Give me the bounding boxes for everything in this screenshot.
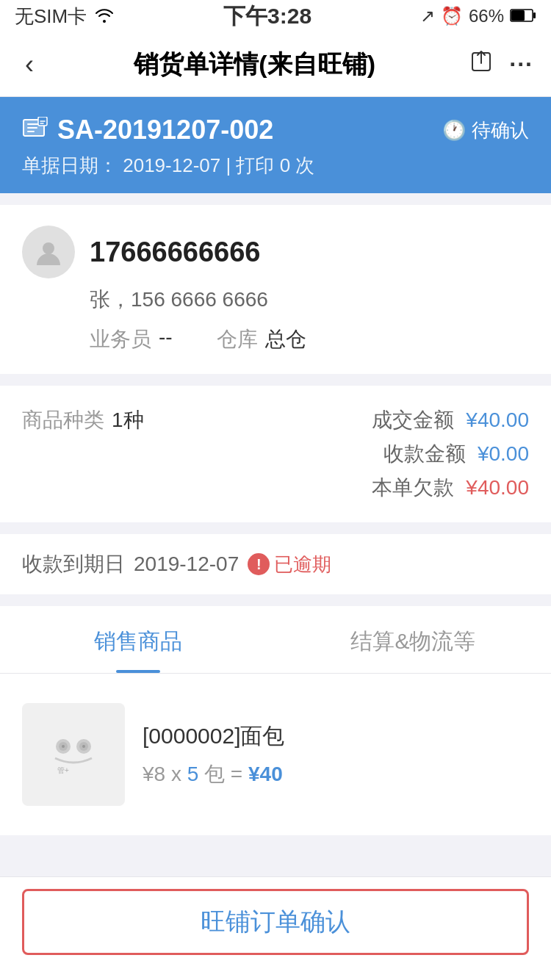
nav-actions: ··· xyxy=(468,48,533,80)
print-label: | 打印 xyxy=(226,154,274,176)
status-time: 下午3:28 xyxy=(223,1,311,32)
product-image: 管+ xyxy=(22,703,125,806)
battery-icon xyxy=(510,6,536,26)
due-value: ¥40.00 xyxy=(466,476,529,500)
customer-phone: 17666666666 xyxy=(90,237,260,268)
carrier-label: 无SIM卡 xyxy=(15,4,87,29)
order-number: SA-20191207-002 xyxy=(57,115,273,145)
sales-value: -- xyxy=(159,325,173,353)
received-row: 收款金额 ¥0.00 xyxy=(383,440,529,468)
share-icon[interactable] xyxy=(468,48,494,80)
wifi-icon xyxy=(94,5,115,28)
received-value: ¥0.00 xyxy=(478,442,529,466)
due-date-value: 2019-12-07 xyxy=(134,552,239,576)
product-info: [0000002]面包 ¥8 x 5 包 = ¥40 xyxy=(143,703,529,806)
svg-point-6 xyxy=(43,242,54,254)
amount-value: ¥40.00 xyxy=(466,408,529,432)
unit-price: ¥8 xyxy=(143,763,165,785)
tab-sales-label: 销售商品 xyxy=(94,629,182,653)
warehouse-value: 总仓 xyxy=(265,325,306,353)
svg-point-9 xyxy=(62,745,65,748)
warehouse-meta: 仓库 总仓 xyxy=(217,325,306,353)
received-label: 收款金额 xyxy=(383,440,466,468)
print-unit: 次 xyxy=(295,154,314,176)
print-count: 0 xyxy=(280,154,290,176)
tab-settlement[interactable]: 结算&物流等 xyxy=(276,606,551,673)
equals-sign: = xyxy=(231,763,248,785)
clock-icon: 🕐 xyxy=(442,119,466,142)
product-list: 管+ [0000002]面包 ¥8 x 5 包 = ¥40 xyxy=(0,674,551,835)
product-price-line: ¥8 x 5 包 = ¥40 xyxy=(143,760,529,788)
summary-right: 成交金额 ¥40.00 收款金额 ¥0.00 本单欠款 ¥40.00 xyxy=(372,406,529,502)
order-icon xyxy=(22,115,48,145)
quantity: 5 xyxy=(187,763,199,785)
bottom-action: 旺铺订单确认 xyxy=(0,876,551,980)
svg-point-12 xyxy=(82,745,85,748)
svg-rect-2 xyxy=(533,12,536,18)
tabs-section: 销售商品 结算&物流等 管+ xyxy=(0,606,551,835)
overdue-text: 已逾期 xyxy=(274,552,331,577)
amount-row: 成交金额 ¥40.00 xyxy=(372,406,529,434)
unit: 包 xyxy=(204,763,225,785)
customer-meta: 业务员 -- 仓库 总仓 xyxy=(22,325,529,353)
order-id-container: SA-20191207-002 xyxy=(22,115,273,145)
nav-bar: ‹ 销货单详情(来自旺铺) ··· xyxy=(0,32,551,97)
total: ¥40 xyxy=(248,763,283,785)
order-date-line: 单据日期： 2019-12-07 | 打印 0 次 xyxy=(22,153,529,179)
status-bar-right: ↗ ⏰ 66% xyxy=(420,6,536,26)
more-icon[interactable]: ··· xyxy=(509,51,533,78)
svg-rect-1 xyxy=(511,10,525,21)
tabs-header: 销售商品 结算&物流等 xyxy=(0,606,551,674)
due-row: 本单欠款 ¥40.00 xyxy=(372,474,529,502)
due-label: 本单欠款 xyxy=(372,474,454,502)
overdue-icon: ! xyxy=(248,553,270,575)
battery-label: 66% xyxy=(469,6,504,26)
sales-label: 业务员 xyxy=(90,325,151,353)
customer-contact: 张，156 6666 6666 xyxy=(22,286,529,314)
warehouse-label: 仓库 xyxy=(217,325,258,353)
back-button[interactable]: ‹ xyxy=(18,42,41,87)
order-header: SA-20191207-002 🕐 待确认 单据日期： 2019-12-07 |… xyxy=(0,97,551,193)
status-bar: 无SIM卡 下午3:28 ↗ ⏰ 66% xyxy=(0,0,551,32)
amount-label: 成交金额 xyxy=(372,406,454,434)
overdue-badge: ! 已逾期 xyxy=(248,552,331,577)
avatar xyxy=(22,226,75,278)
sales-meta: 业务员 -- xyxy=(90,325,173,353)
order-date: 2019-12-07 xyxy=(123,154,220,176)
tab-sales-products[interactable]: 销售商品 xyxy=(0,606,276,673)
order-status: 🕐 待确认 xyxy=(442,118,529,143)
tab-settlement-label: 结算&物流等 xyxy=(350,629,475,653)
date-label: 单据日期： xyxy=(22,154,118,176)
category-label: 商品种类 xyxy=(22,406,104,434)
location-icon: ↗ xyxy=(420,6,435,26)
category-value: 1种 xyxy=(112,406,144,434)
customer-top: 17666666666 xyxy=(22,226,529,278)
customer-section: 17666666666 张，156 6666 6666 业务员 -- 仓库 总仓 xyxy=(0,205,551,374)
svg-text:管+: 管+ xyxy=(57,766,69,774)
page-title: 销货单详情(来自旺铺) xyxy=(134,48,375,82)
summary-section: 商品种类 1种 成交金额 ¥40.00 收款金额 ¥0.00 本单欠款 ¥40.… xyxy=(0,386,551,522)
status-bar-left: 无SIM卡 xyxy=(15,4,115,29)
confirm-order-button[interactable]: 旺铺订单确认 xyxy=(22,889,529,955)
list-item: 管+ [0000002]面包 ¥8 x 5 包 = ¥40 xyxy=(0,688,551,821)
product-name: [0000002]面包 xyxy=(143,721,529,752)
product-thumbnail-icon: 管+ xyxy=(44,730,103,779)
due-date-label: 收款到期日 xyxy=(22,550,125,578)
alarm-icon: ⏰ xyxy=(441,6,463,26)
summary-left: 商品种类 1种 xyxy=(22,406,144,434)
multiply-sign: x xyxy=(171,763,187,785)
status-text: 待确认 xyxy=(472,118,529,143)
due-section: 收款到期日 2019-12-07 ! 已逾期 xyxy=(0,534,551,594)
